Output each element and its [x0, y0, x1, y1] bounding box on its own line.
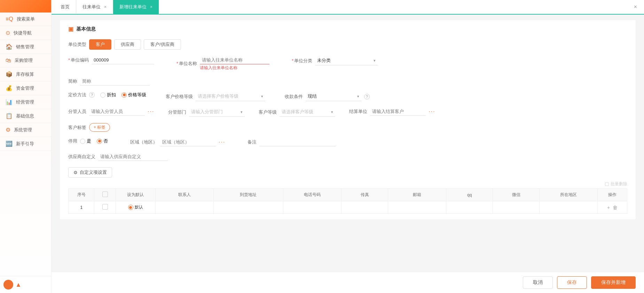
manager-more-btn[interactable]: ···	[148, 108, 154, 115]
sidebar-item-inventory[interactable]: 📦 库存核算	[0, 67, 51, 81]
supplier-custom-input[interactable]	[98, 153, 168, 161]
tab-new-partner[interactable]: 新增往来单位 ×	[113, 0, 159, 14]
manager-input[interactable]	[89, 107, 145, 116]
custom-settings-label: 自定义项设置	[80, 169, 107, 176]
row-region-input[interactable]	[555, 205, 582, 210]
code-label: *单位编码	[68, 57, 89, 63]
disabled-yes-radio[interactable]: 是	[80, 138, 91, 144]
category-select[interactable]: 未分类 ▾	[315, 56, 378, 65]
contact-input[interactable]	[171, 205, 198, 210]
col-qq: qq	[446, 189, 493, 201]
settlement-more-btn[interactable]: ···	[429, 108, 435, 115]
shortname-label: 简称	[68, 78, 77, 84]
row-qq[interactable]	[446, 201, 493, 214]
sidebar-item-finance[interactable]: 💰 资金管理	[0, 81, 51, 95]
customer-price-select[interactable]: 请选择客户价格等级 ▾	[196, 92, 265, 101]
sidebar-item-system[interactable]: ⚙ 系统管理	[0, 123, 51, 137]
phone-input[interactable]	[298, 205, 326, 210]
region-more-btn[interactable]: ···	[219, 139, 225, 145]
disabled-row: 停用 是 否 区	[68, 138, 627, 146]
operations-icon: 📊	[6, 99, 13, 105]
address-input[interactable]	[231, 205, 266, 210]
remark-input[interactable]	[259, 138, 336, 146]
sidebar-item-purchase[interactable]: 🛍 采购管理	[0, 54, 51, 67]
category-field: *单位分类 未分类 ▾	[292, 56, 378, 65]
tab-partners[interactable]: 往来单位 ×	[76, 0, 113, 14]
customer-price-placeholder: 请选择客户价格等级	[198, 93, 238, 99]
col-address: 到货地址	[213, 189, 283, 201]
name-input[interactable]	[200, 56, 269, 64]
department-field: 分管部门 请输入分管部门 ▾	[168, 107, 245, 117]
row-fax[interactable]	[341, 201, 388, 214]
row-address[interactable]	[213, 201, 283, 214]
tab-bar-close-button[interactable]: ×	[630, 4, 641, 10]
tab-partners-close[interactable]: ×	[104, 5, 107, 9]
department-placeholder: 请输入分管部门	[191, 109, 223, 115]
tags-row: 客户标签 + 标签	[68, 123, 627, 132]
settlement-input[interactable]	[370, 107, 426, 116]
name-error-msg: 请输入往来单位名称	[200, 65, 269, 71]
region-input[interactable]	[160, 138, 216, 146]
purchase-icon: 🛍	[6, 57, 11, 64]
row-wechat[interactable]	[493, 201, 540, 214]
tab-new-partner-close[interactable]: ×	[150, 5, 152, 9]
tab-bar: 首页 往来单位 × 新增往来单位 × ×	[52, 0, 644, 15]
sidebar-item-guide[interactable]: 🆕 新手引导	[0, 137, 51, 151]
row-add-btn[interactable]: +	[607, 205, 610, 210]
shortname-field: 简称	[68, 77, 150, 86]
tag-add-button[interactable]: + 标签	[89, 123, 110, 132]
sidebar: ≡Q 搜索菜单 ⊙ 快捷导航 🏠 销售管理 🛍 采购管理 📦 库存核算 💰 资金…	[0, 0, 52, 293]
pricing-pricelevel-radio[interactable]: 价格等级	[121, 92, 146, 98]
pricing-question-icon[interactable]: ?	[89, 92, 95, 98]
row-email[interactable]	[388, 201, 446, 214]
cancel-button[interactable]: 取消	[523, 276, 553, 289]
name-field: *单位名称 请输入往来单位名称	[176, 56, 269, 71]
sidebar-item-sales[interactable]: 🏠 销售管理	[0, 40, 51, 54]
customer-level-placeholder: 请选择客户等级	[282, 109, 313, 115]
row-default-outer	[128, 205, 133, 210]
wechat-input[interactable]	[506, 205, 527, 210]
row-phone[interactable]	[283, 201, 341, 214]
unit-type-both[interactable]: 客户/供应商	[144, 39, 181, 50]
unit-type-customer[interactable]: 客户	[89, 39, 111, 50]
payment-label: 收款条件	[285, 93, 303, 100]
pricing-label: 定价方法	[68, 92, 86, 98]
row-delete-btn[interactable]: 🗑	[613, 205, 618, 210]
row-checkbox[interactable]	[102, 204, 108, 210]
custom-settings-button[interactable]: ⚙ 自定义项设置	[68, 167, 112, 178]
row-contact[interactable]	[155, 201, 213, 214]
remark-label: 备注	[248, 139, 257, 145]
shortname-input[interactable]	[80, 77, 150, 86]
email-input[interactable]	[403, 205, 431, 210]
batch-delete-label[interactable]: 批量删除	[611, 181, 627, 187]
tags-field: 客户标签 + 标签	[68, 123, 110, 132]
save-button[interactable]: 保存	[557, 276, 587, 289]
sidebar-item-search[interactable]: ≡Q 搜索菜单	[0, 13, 51, 26]
supplier-custom-field: 供应商自定义	[68, 153, 168, 161]
sidebar-item-operations[interactable]: 📊 经营管理	[0, 95, 51, 109]
col-default: 设为默认	[116, 189, 155, 201]
code-input[interactable]	[92, 56, 154, 64]
fax-input[interactable]	[354, 205, 375, 210]
payment-select[interactable]: 现结 ▾	[306, 92, 361, 101]
region-label: 区域（地区）	[130, 139, 157, 145]
customer-price-field: 客户价格等级 请选择客户价格等级 ▾	[166, 92, 265, 101]
sidebar-item-quicknav[interactable]: ⊙ 快捷导航	[0, 26, 51, 40]
select-all-checkbox[interactable]	[102, 192, 108, 197]
customer-level-select[interactable]: 请选择客户等级 ▾	[280, 107, 335, 117]
qq-input[interactable]	[459, 205, 480, 210]
manager-row: 分管人员 ··· 分管部门 请输入分管部门 ▾ 客户等级 请选择客户等级 ▾	[68, 107, 627, 117]
save-new-button[interactable]: 保存并新增	[591, 276, 636, 289]
code-name-category-row: *单位编码 *单位名称 请输入往来单位名称 *单位分类 未分类 ▾	[68, 56, 627, 71]
payment-question-icon[interactable]: ?	[364, 94, 370, 99]
pricing-discount-radio[interactable]: 折扣	[100, 92, 116, 98]
department-select[interactable]: 请输入分管部门 ▾	[189, 107, 245, 117]
sidebar-item-basic[interactable]: 📋 基础信息	[0, 109, 51, 123]
disabled-no-radio[interactable]: 否	[97, 138, 108, 144]
tab-home[interactable]: 首页	[54, 0, 76, 14]
row-default-radio[interactable]: 默认	[119, 204, 152, 210]
row-region[interactable]	[540, 201, 598, 214]
unit-type-supplier[interactable]: 供应商	[114, 39, 141, 50]
section-title-icon: ▣	[68, 26, 73, 32]
name-input-wrap: 请输入往来单位名称	[200, 56, 269, 71]
